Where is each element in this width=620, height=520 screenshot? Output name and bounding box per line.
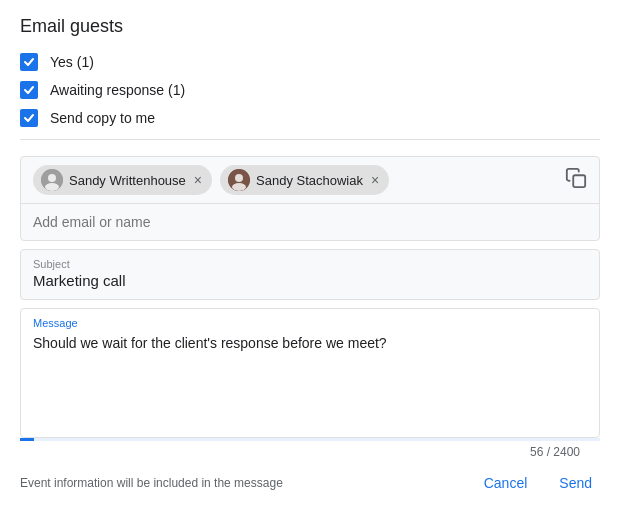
subject-value[interactable]: Marketing call [33,272,126,289]
checkbox-yes-label: Yes (1) [50,54,94,70]
checkbox-awaiting-row: Awaiting response (1) [20,81,600,99]
subject-field: Subject Marketing call [20,249,600,300]
copy-recipients-icon[interactable] [565,167,587,194]
dialog-footer: Event information will be included in th… [0,459,620,509]
message-text[interactable]: Should we wait for the client's response… [33,333,587,354]
checkbox-awaiting-label: Awaiting response (1) [50,82,185,98]
footer-actions: Cancel Send [476,469,600,497]
svg-point-2 [45,183,59,191]
checkbox-yes-row: Yes (1) [20,53,600,71]
svg-point-1 [48,174,56,182]
svg-point-4 [235,174,243,182]
message-label: Message [33,317,587,329]
avatar-sandy-w [41,169,63,191]
cancel-button[interactable]: Cancel [476,469,536,497]
chip-sandy-w-label: Sandy Writtenhouse [69,173,186,188]
add-email-input[interactable] [21,204,599,240]
chip-sandy-s: Sandy Stachowiak × [220,165,389,195]
checkbox-copy[interactable] [20,109,38,127]
checkbox-copy-row: Send copy to me [20,109,600,127]
checkbox-yes[interactable] [20,53,38,71]
svg-rect-6 [573,175,585,187]
footer-info: Event information will be included in th… [20,476,283,490]
svg-point-5 [232,183,246,191]
checkbox-copy-label: Send copy to me [50,110,155,126]
checkbox-awaiting[interactable] [20,81,38,99]
chip-sandy-s-label: Sandy Stachowiak [256,173,363,188]
dialog-title: Email guests [20,16,600,37]
recipients-area: Sandy Writtenhouse × Sandy Stachowiak × [20,156,600,241]
send-button[interactable]: Send [551,469,600,497]
char-count: 56 / 2400 [20,441,600,459]
message-progress-fill [20,438,34,441]
avatar-sandy-s [228,169,250,191]
chip-sandy-w: Sandy Writtenhouse × [33,165,212,195]
recipients-row: Sandy Writtenhouse × Sandy Stachowiak × [21,157,599,204]
email-guests-container: Email guests Yes (1) Awaiting response (… [0,0,620,459]
subject-label: Subject [33,258,587,270]
divider [20,139,600,140]
chip-sandy-s-close[interactable]: × [369,173,381,187]
message-progress-bar [20,438,600,441]
message-field[interactable]: Message Should we wait for the client's … [20,308,600,438]
chip-sandy-w-close[interactable]: × [192,173,204,187]
